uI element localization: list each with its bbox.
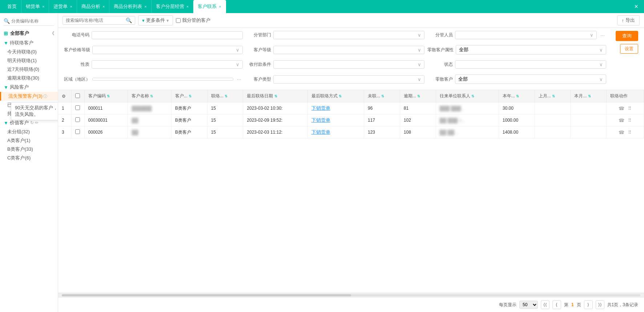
sidebar-item-class-c[interactable]: C类客户(6) — [0, 154, 58, 162]
window-close-button[interactable]: × — [631, 3, 641, 11]
churn-info-icon[interactable]: ⓘ — [43, 94, 47, 99]
close-tab-customer-contact[interactable]: × — [219, 4, 221, 9]
close-tab-customer-tier[interactable]: × — [186, 4, 189, 9]
col-checkbox[interactable] — [71, 90, 84, 102]
col-last-date[interactable]: 最后联络日期 ⇅ — [243, 90, 307, 102]
next-page-button[interactable]: ⟩ — [584, 300, 593, 309]
sidebar-item-class-a[interactable]: A类客户(1) — [0, 136, 58, 145]
select-all-checkbox[interactable] — [75, 93, 80, 98]
cell-actions-1[interactable]: ☎ ⠿ — [607, 114, 644, 126]
filter-price-level-select[interactable]: ∨ — [92, 46, 243, 54]
filter-customer-type-select[interactable]: ∨ — [273, 75, 424, 84]
cell-last-method-2[interactable]: 下销货单 — [307, 126, 364, 138]
last-page-button[interactable]: ⟩⟩ — [596, 300, 604, 309]
filter-payment-select[interactable]: ∨ — [273, 60, 424, 69]
action-contact-icon-0[interactable]: ☎ — [619, 106, 624, 111]
setting-button[interactable]: 设置 — [620, 44, 638, 54]
col-contact-count[interactable]: 联络... ⇅ — [207, 90, 243, 102]
action-more-icon-0[interactable]: ⠿ — [628, 106, 632, 111]
sidebar-item-7days[interactable]: 近7天待联络(0) — [0, 65, 58, 74]
tab-goods-analysis[interactable]: 商品分析 × — [77, 0, 109, 13]
col-year-amount[interactable]: 本年... ⇅ — [499, 90, 535, 102]
per-page-select[interactable]: 50 100 200 — [519, 301, 538, 309]
sidebar-search-container[interactable]: 🔍 — [4, 18, 54, 26]
cell-checkbox-0[interactable] — [71, 102, 84, 114]
close-tab-goods-analysis[interactable]: × — [102, 4, 105, 9]
cell-checkbox-1[interactable] — [71, 114, 84, 126]
tab-home[interactable]: 首页 — [3, 0, 21, 13]
scroll-track[interactable] — [62, 294, 640, 296]
first-page-button[interactable]: ⟨⟨ — [541, 300, 550, 309]
action-more-icon-2[interactable]: ⠿ — [628, 130, 632, 135]
col-this-month[interactable]: 本月... ⇅ — [571, 90, 607, 102]
sidebar-item-churn-warning[interactable]: 流失预警客户(3) ⓘ — [0, 92, 58, 101]
col-settings[interactable]: ⚙ — [58, 90, 71, 102]
row-checkbox-2[interactable] — [75, 129, 80, 134]
filter-region-more[interactable]: ··· — [236, 76, 243, 82]
query-button[interactable]: 查询 — [616, 31, 638, 41]
sidebar-item-today[interactable]: 今天待联络(0) — [0, 48, 58, 56]
last-method-link-2[interactable]: 下销货单 — [311, 129, 330, 135]
filter-person-select[interactable]: ∨ — [455, 31, 597, 39]
last-method-link-0[interactable]: 下销货单 — [311, 105, 330, 111]
filter-dept-select[interactable]: ∨ — [273, 31, 424, 39]
col-last-method[interactable]: 最后联络方式 ⇅ — [307, 90, 364, 102]
col-overdue[interactable]: 逾期... ⇅ — [400, 90, 436, 102]
filter-phone-input[interactable] — [92, 31, 243, 39]
cell-last-method-0[interactable]: 下销货单 — [307, 102, 364, 114]
search-icon[interactable]: 🔍 — [126, 17, 132, 23]
last-method-link-1[interactable]: 下销货单 — [311, 117, 330, 123]
filter-scattered-attr-select[interactable]: 全部 ∨ — [456, 45, 606, 54]
my-customers-checkbox[interactable] — [176, 18, 181, 23]
close-tab-purchase[interactable]: × — [70, 4, 72, 9]
col-code[interactable]: 客户编码 ⇅ — [84, 90, 128, 102]
horizontal-scrollbar[interactable] — [58, 293, 644, 297]
more-conditions-button[interactable]: ▾ 更多条件 ▾ — [138, 15, 173, 25]
sidebar-search-input[interactable] — [11, 19, 54, 24]
col-last-month[interactable]: 上月... ⇅ — [535, 90, 571, 102]
my-customers-checkbox-label[interactable]: 我分管的客户 — [176, 17, 210, 24]
filter-customer-level-select[interactable]: ∨ — [273, 46, 424, 54]
cell-actions-0[interactable]: ☎ ⠿ — [607, 102, 644, 114]
search-input[interactable] — [66, 18, 126, 23]
tab-customer-tier[interactable]: 客户分层经营 × — [152, 0, 193, 13]
cell-code-2: 000026 — [84, 126, 128, 138]
scroll-thumb[interactable] — [62, 294, 351, 296]
filter-scattered-select[interactable]: 全部 ∨ — [455, 74, 606, 84]
sidebar-item-tomorrow[interactable]: 明天待联络(1) — [0, 56, 58, 65]
prev-page-button[interactable]: ⟨ — [552, 300, 561, 309]
tab-purchase[interactable]: 进货单 × — [49, 0, 77, 13]
filter-nature-select[interactable]: ∨ — [92, 60, 243, 69]
filter-row-3: 性质 ∨ 收付款条件 ∨ — [64, 60, 606, 69]
filter-status-select[interactable]: ∨ — [455, 60, 606, 69]
cell-actions-2[interactable]: ☎ ⠿ — [607, 126, 644, 138]
action-more-icon-1[interactable]: ⠿ — [628, 118, 632, 123]
row-checkbox-0[interactable] — [75, 105, 80, 110]
col-no-contact[interactable]: 未联... ⇅ — [364, 90, 400, 102]
filter-region-select[interactable] — [92, 78, 233, 81]
col-unit-contacts[interactable]: 往来单位联系人 ⇅ — [436, 90, 499, 102]
tab-sales[interactable]: 销货单 × — [21, 0, 49, 13]
col-level[interactable]: 客户... ⇅ — [171, 90, 207, 102]
sidebar-group-pending[interactable]: ▼ 待联络客户 — [0, 38, 58, 48]
col-name[interactable]: 客户名称 ⇅ — [128, 90, 172, 102]
sidebar-item-ungroup[interactable]: 未分组(32) — [0, 127, 58, 136]
filter-person-more[interactable]: ··· — [599, 32, 606, 38]
export-button[interactable]: ↑ 导出 — [617, 15, 640, 25]
cell-last-method-1[interactable]: 下销货单 — [307, 114, 364, 126]
tab-goods-analysis-list[interactable]: 商品分析列表 × — [109, 0, 151, 13]
search-bar[interactable]: 🔍 — [63, 16, 135, 25]
action-contact-icon-2[interactable]: ☎ — [619, 130, 624, 135]
action-contact-icon-1[interactable]: ☎ — [619, 118, 624, 123]
sidebar-group-risk[interactable]: ▼ 风险客户 — [0, 82, 58, 92]
sort-overdue-icon: ⇅ — [417, 94, 420, 98]
tab-customer-contact[interactable]: 客户联系 × — [193, 0, 226, 13]
close-tab-goods-analysis-list[interactable]: × — [144, 4, 146, 9]
sidebar-all-customers[interactable]: ⊞ 全部客户 《 — [0, 29, 58, 38]
sidebar-item-overdue[interactable]: 逾期未联络(30) — [0, 74, 58, 82]
sidebar-item-class-b[interactable]: B类客户(33) — [0, 145, 58, 154]
row-checkbox-1[interactable] — [75, 117, 80, 122]
filter-phone: 电话号码 — [64, 31, 243, 39]
cell-checkbox-2[interactable] — [71, 126, 84, 138]
close-tab-sales[interactable]: × — [42, 4, 44, 9]
